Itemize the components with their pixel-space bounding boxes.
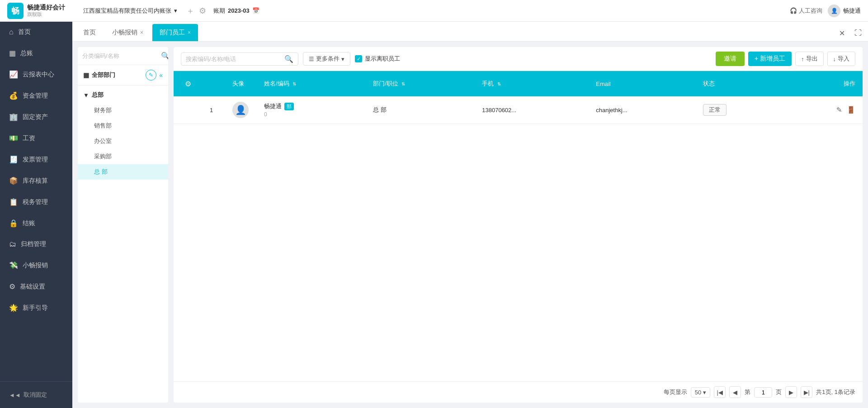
dept-header: ▦ 全部部门 ✎ «	[78, 65, 168, 85]
dept-label-general-dept: 总 部	[94, 168, 108, 176]
page-size-arrow: ▾	[703, 389, 706, 396]
row-phone: 138070602...	[475, 96, 589, 124]
tab-expand-btn[interactable]: ⛶	[852, 27, 864, 39]
sidebar-bottom: ◄◄ 取消固定	[0, 381, 72, 408]
sidebar-item-inventory[interactable]: 📦 库存核算	[0, 170, 72, 191]
sidebar-item-ledger[interactable]: ▦ 总账	[0, 43, 72, 64]
tab-xiaochang-close[interactable]: ×	[140, 29, 143, 36]
page-label: 页	[776, 388, 782, 396]
right-toolbar: 🔍 ☰ 更多条件 ▾ ✓ 显示离职员工 邀请 + 新增员工	[174, 47, 863, 71]
service-label: 人工咨询	[799, 7, 822, 15]
di-label: 第	[745, 388, 750, 396]
sidebar-item-label-home: 首页	[18, 28, 31, 36]
all-dept-btn[interactable]: ▦ 全部部门	[83, 71, 115, 79]
logo-sub: 旗舰版	[27, 11, 65, 18]
filter-btn[interactable]: ☰ 更多条件 ▾	[303, 52, 350, 66]
period-selector[interactable]: 账期 2023-03 📅	[213, 7, 259, 15]
sidebar-item-close[interactable]: 🔒 结账	[0, 213, 72, 234]
add-dept-btn[interactable]: ✎	[146, 70, 156, 81]
col-name[interactable]: 姓名/编码 ⇅	[257, 71, 366, 96]
sidebar-item-label-archive: 归档管理	[21, 240, 46, 248]
tab-close-btn[interactable]: ✕	[835, 27, 848, 39]
sidebar-item-invoice[interactable]: 🧾 发票管理	[0, 149, 72, 170]
tab-xiaochang[interactable]: 小畅报销 ×	[105, 24, 151, 41]
sidebar-item-label-basic: 基础设置	[20, 283, 45, 291]
last-page-btn[interactable]: ▶|	[801, 386, 812, 398]
all-dept-label: 全部部门	[92, 71, 115, 79]
sidebar-item-archive[interactable]: 🗂 归档管理	[0, 234, 72, 255]
employee-table: ⚙ 头像 姓名/编码 ⇅	[174, 71, 863, 124]
sidebar-item-basic[interactable]: ⚙ 基础设置	[0, 276, 72, 297]
export-btn[interactable]: ↑ 导出	[795, 52, 824, 66]
col-dept[interactable]: 部门/职位 ⇅	[366, 71, 475, 96]
import-btn[interactable]: ↓ 导入	[827, 52, 856, 66]
search-icon[interactable]: 🔍	[284, 55, 293, 63]
sidebar-item-guide[interactable]: 🌟 新手引导	[0, 297, 72, 318]
tab-department[interactable]: 部门员工 ×	[152, 24, 198, 41]
table-settings-icon[interactable]: ⚙	[181, 76, 195, 91]
archive-icon: 🗂	[9, 240, 16, 248]
main-layout: ⌂ 首页 ▦ 总账 📈 云报表中心 💰 资金管理 🏢 固定资产 💵 工资 🧾 发…	[0, 22, 868, 408]
dept-search-input[interactable]	[82, 52, 158, 59]
funds-icon: 💰	[9, 91, 18, 100]
content-area: 首页 小畅报销 × 部门员工 × ✕ ⛶ 🔍	[72, 22, 868, 408]
dept-item-office[interactable]: 办公室	[78, 133, 168, 149]
sidebar-item-salary[interactable]: 💵 工资	[0, 128, 72, 149]
search-input[interactable]	[186, 56, 282, 62]
export-icon: ↑	[801, 56, 804, 62]
sidebar-item-label-funds: 资金管理	[23, 92, 48, 100]
sidebar-item-home[interactable]: ⌂ 首页	[0, 22, 72, 43]
dept-group-general[interactable]: ▼ 总部	[78, 87, 168, 103]
tab-xiaochang-label: 小畅报销	[112, 28, 137, 37]
dept-item-general-dept[interactable]: 总 部	[78, 164, 168, 180]
collapse-btn[interactable]: «	[159, 71, 163, 79]
page-input[interactable]	[754, 387, 772, 398]
import-icon: ↓	[833, 56, 836, 62]
tab-department-close[interactable]: ×	[188, 29, 191, 36]
dept-label-office: 办公室	[94, 137, 112, 145]
dept-label-general: 总部	[92, 91, 104, 99]
company-selector[interactable]: 江西服宝精品有限责任公司内账张 ▾	[80, 5, 181, 17]
col-num	[203, 71, 225, 96]
cancel-fixed-btn[interactable]: ◄◄ 取消固定	[0, 386, 72, 403]
dept-item-sales[interactable]: 销售部	[78, 118, 168, 133]
page-size-select[interactable]: 50 ▾	[691, 387, 710, 398]
tab-home[interactable]: 首页	[76, 24, 103, 41]
add-employee-btn[interactable]: + 新增员工	[748, 52, 792, 66]
prev-page-btn[interactable]: ◀	[729, 386, 741, 398]
dropdown-icon: ▾	[174, 7, 177, 14]
dept-tree: ▼ 总部 财务部 销售部 办公室 采购部	[78, 85, 168, 403]
dept-search-icon[interactable]: 🔍	[161, 52, 168, 60]
filter-label: 更多条件	[316, 55, 340, 63]
left-panel: 🔍 ▦ 全部部门 ✎ « ▼ 总部	[78, 47, 168, 403]
invite-btn[interactable]: 邀请	[716, 52, 745, 66]
sidebar-item-label-salary: 工资	[23, 134, 35, 142]
toolbar-right: 邀请 + 新增员工 ↑ 导出 ↓ 导入	[716, 52, 855, 66]
sidebar-item-assets[interactable]: 🏢 固定资产	[0, 106, 72, 128]
row-dept: 总 部	[366, 96, 475, 124]
settings-btn[interactable]: ⚙	[199, 6, 206, 16]
first-page-btn[interactable]: |◀	[714, 386, 726, 398]
employee-name: 畅捷通	[264, 102, 282, 110]
show-resigned-checkbox[interactable]: ✓ 显示离职员工	[355, 55, 400, 63]
row-status: 正常	[696, 96, 784, 124]
avatar: 👤	[828, 5, 840, 17]
sidebar-item-xiaochang[interactable]: 💸 小畅报销	[0, 255, 72, 276]
user-info[interactable]: 👤 畅捷通	[828, 5, 861, 17]
dept-item-finance[interactable]: 财务部	[78, 103, 168, 118]
sidebar-item-label-xiaochang: 小畅报销	[23, 261, 48, 270]
sidebar-item-funds[interactable]: 💰 资金管理	[0, 85, 72, 106]
sidebar-item-reports[interactable]: 📈 云报表中心	[0, 64, 72, 85]
service-btn[interactable]: 🎧 人工咨询	[790, 7, 822, 15]
add-company-btn[interactable]: ＋	[186, 5, 194, 16]
dept-item-purchase[interactable]: 采购部	[78, 149, 168, 164]
next-page-btn[interactable]: ▶	[785, 386, 797, 398]
col-phone[interactable]: 手机 ⇅	[475, 71, 589, 96]
table-wrap: ⚙ 头像 姓名/编码 ⇅	[174, 71, 863, 381]
col-status: 状态	[696, 71, 784, 96]
basic-icon: ⚙	[9, 282, 15, 291]
delete-btn[interactable]: 🚪	[847, 106, 855, 114]
dept-badge: 部	[284, 103, 294, 110]
sidebar-item-tax[interactable]: 📋 税务管理	[0, 191, 72, 213]
edit-btn[interactable]: ✎	[836, 106, 842, 114]
